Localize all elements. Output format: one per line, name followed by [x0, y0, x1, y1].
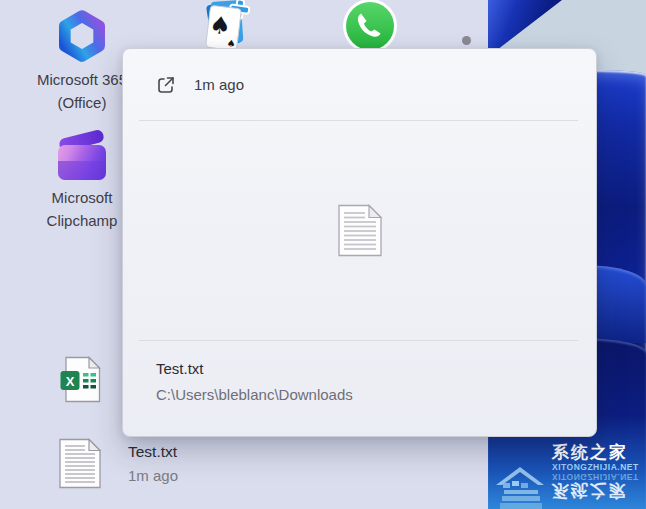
open-external-icon [156, 75, 176, 95]
clipchamp-clapper-body [58, 145, 106, 180]
text-file-preview-icon [337, 204, 383, 257]
flyout-preview-area [123, 121, 596, 340]
watermark-url: XITONGZHIJIA.NET [552, 463, 646, 472]
flyout-footer: Test.txt C:\Users\bleblanc\Downloads [123, 341, 596, 408]
flyout-time: 1m ago [194, 76, 244, 93]
microsoft-365-icon [54, 8, 110, 64]
start-menu-screen: 系统之家 XITONGZHIJIA.NET XITONGZHIJIA.NET 系… [0, 0, 646, 509]
wallpaper-petal-corner [488, 0, 562, 54]
recommended-file-time: 1m ago [128, 464, 178, 487]
recommended-file-name: Test.txt [128, 440, 178, 464]
excel-letter: X [66, 374, 75, 389]
open-file-button[interactable] [155, 74, 177, 96]
excel-file-icon: X [59, 356, 105, 403]
recommended-item-test-txt[interactable]: Test.txt 1m ago [58, 438, 318, 494]
file-preview-flyout: 1m ago Test.txt C:\Users\bleblanc\Downlo… [122, 48, 597, 437]
watermark-title-reflection: 系统之家 [552, 481, 646, 499]
pinned-pager-dot[interactable] [462, 36, 471, 45]
text-file-icon [58, 438, 102, 489]
watermark-house-icon [494, 459, 550, 509]
svg-text:♠: ♠ [208, 10, 233, 40]
clipchamp-icon [53, 126, 111, 186]
watermark-url-reflection: XITONGZHIJIA.NET [552, 472, 646, 481]
flyout-header: 1m ago [123, 49, 596, 120]
flyout-file-name: Test.txt [156, 356, 596, 382]
watermark: 系统之家 XITONGZHIJIA.NET XITONGZHIJIA.NET 系… [492, 443, 646, 509]
watermark-title: 系统之家 [552, 443, 646, 463]
flyout-file-path: C:\Users\bleblanc\Downloads [156, 382, 596, 408]
